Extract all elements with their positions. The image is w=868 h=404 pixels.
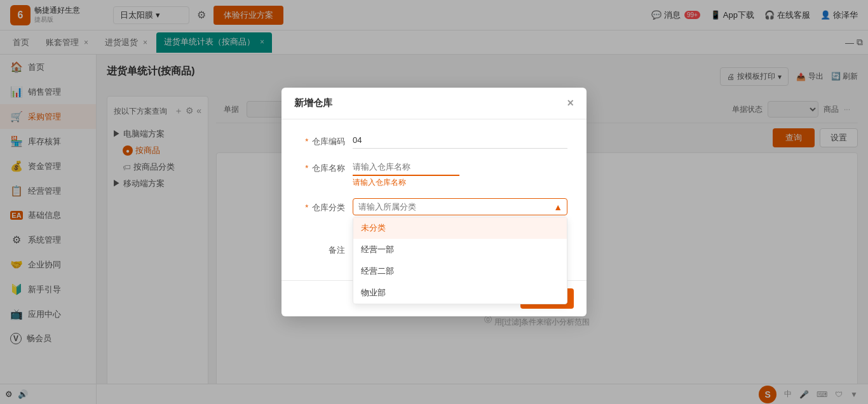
warehouse-name-input[interactable] <box>353 159 459 176</box>
category-input-wrap: ▲ 未分类 经营一部 经营二部 物业部 <box>353 198 567 215</box>
category-input[interactable] <box>353 198 567 215</box>
required-star-name: * <box>305 163 308 173</box>
warehouse-code-input[interactable] <box>353 132 567 149</box>
name-label: * 仓库名称 <box>301 159 345 174</box>
category-label: * 仓库分类 <box>301 198 345 213</box>
new-warehouse-dialog: 新增仓库 × * 仓库编码 * 仓库名称 <box>281 88 587 316</box>
dropdown-item-dept3[interactable]: 物业部 <box>353 282 567 304</box>
name-input-wrap: 请输入仓库名称 <box>353 159 459 188</box>
form-row-code: * 仓库编码 <box>301 132 567 149</box>
dialog-header: 新增仓库 × <box>281 88 587 119</box>
dialog-title: 新增仓库 <box>294 97 332 109</box>
dropdown-item-dept2[interactable]: 经营二部 <box>353 260 567 282</box>
note-label: 备注 <box>301 241 345 256</box>
modal-overlay[interactable]: 新增仓库 × * 仓库编码 * 仓库名称 <box>0 0 868 404</box>
form-row-name: * 仓库名称 请输入仓库名称 <box>301 159 567 188</box>
code-label: * 仓库编码 <box>301 132 345 147</box>
form-row-category: * 仓库分类 ▲ 未分类 经营一部 经营二部 物业部 <box>301 198 567 215</box>
dialog-body: * 仓库编码 * 仓库名称 请输入仓库名称 <box>281 119 587 280</box>
dropdown-item-unclassified[interactable]: 未分类 <box>353 217 567 239</box>
dropdown-item-dept1[interactable]: 经营一部 <box>353 239 567 260</box>
dialog-close-button[interactable]: × <box>567 97 574 110</box>
required-star-cat: * <box>305 203 308 212</box>
required-star: * <box>305 137 308 146</box>
name-error-message: 请输入仓库名称 <box>353 177 459 188</box>
category-arrow-icon[interactable]: ▲ <box>553 202 562 212</box>
category-dropdown: 未分类 经营一部 经营二部 物业部 <box>353 217 567 304</box>
